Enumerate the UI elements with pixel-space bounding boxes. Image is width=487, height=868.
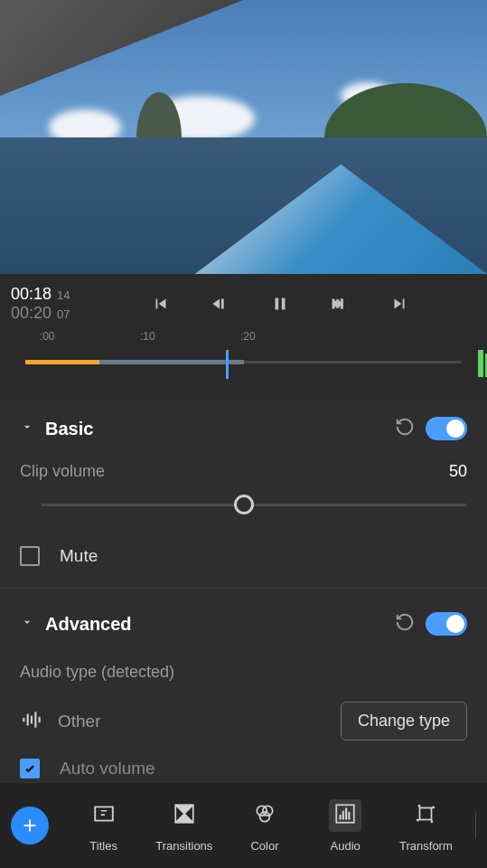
audio-type-detected-label: Audio type (detected): [20, 663, 467, 682]
clip-volume-value: 50: [449, 462, 467, 481]
ruler-tick: :20: [240, 330, 256, 343]
video-preview[interactable]: [0, 0, 487, 274]
step-forward-icon[interactable]: [327, 291, 352, 316]
svg-rect-12: [342, 810, 344, 819]
svg-rect-5: [95, 807, 113, 820]
svg-point-9: [260, 811, 270, 821]
playback-controls: 00:18 14 00:20 07: [0, 274, 487, 401]
time-display: 00:18 14 00:20 07: [11, 285, 83, 323]
timeline[interactable]: :00 :10 :20: [0, 330, 487, 384]
svg-point-8: [263, 806, 273, 816]
nav-transitions[interactable]: Transitions: [145, 792, 222, 860]
advanced-section-header[interactable]: Advanced: [0, 596, 487, 652]
nav-separator: [475, 812, 476, 839]
titles-icon: [92, 802, 116, 829]
svg-rect-0: [23, 717, 24, 721]
audio-waveform-icon: [20, 708, 43, 735]
svg-rect-11: [340, 815, 342, 819]
skip-back-icon[interactable]: [148, 291, 173, 316]
mute-label: Mute: [60, 546, 98, 566]
total-time: 00:20: [11, 304, 52, 323]
nav-transform[interactable]: Transform: [388, 792, 464, 860]
svg-rect-13: [345, 807, 347, 819]
color-icon: [253, 802, 276, 829]
track-active: [25, 360, 99, 364]
step-back-icon[interactable]: [208, 291, 233, 316]
transitions-icon: [173, 802, 196, 829]
audio-panel: Basic Clip volume 50 Mute Advanced Audio…: [0, 401, 487, 783]
auto-volume-checkbox[interactable]: [20, 759, 40, 778]
mute-checkbox[interactable]: [20, 546, 40, 566]
nav-label: Color: [250, 839, 278, 853]
nav-titles[interactable]: Titles: [65, 792, 142, 860]
ruler-labels: :00 :10 :20: [25, 330, 462, 343]
advanced-toggle[interactable]: [426, 612, 467, 636]
nav-label: Transform: [399, 839, 453, 853]
bottom-nav: Titles Transitions Color Audio Transform: [0, 783, 487, 868]
pause-icon[interactable]: [267, 291, 293, 316]
chevron-down-icon: [20, 420, 34, 438]
svg-rect-3: [34, 712, 36, 727]
ruler-tick: :00: [40, 330, 55, 343]
svg-rect-15: [420, 807, 432, 819]
nav-label: Audio: [331, 839, 361, 853]
audio-icon: [333, 802, 357, 829]
chevron-down-icon: [20, 615, 34, 633]
basic-title: Basic: [45, 419, 384, 439]
current-time: 00:18: [11, 285, 52, 304]
svg-rect-4: [39, 716, 41, 722]
divider: [0, 588, 487, 589]
svg-rect-2: [31, 715, 33, 723]
playhead[interactable]: [226, 350, 229, 379]
clip-volume-slider[interactable]: [20, 494, 467, 515]
add-button[interactable]: [11, 807, 49, 844]
ruler-tick: :10: [140, 330, 155, 343]
clip-volume-label: Clip volume: [20, 462, 438, 481]
total-frames: 07: [57, 307, 70, 321]
advanced-title: Advanced: [45, 614, 384, 635]
skip-forward-icon[interactable]: [387, 291, 412, 316]
change-type-button[interactable]: Change type: [341, 702, 467, 741]
svg-rect-1: [27, 713, 29, 725]
basic-toggle[interactable]: [426, 417, 467, 440]
audio-type-value: Other: [58, 712, 326, 731]
nav-label: Transitions: [155, 839, 212, 853]
nav-color[interactable]: Color: [226, 792, 303, 860]
undo-icon[interactable]: [395, 417, 415, 440]
nav-audio[interactable]: Audio: [307, 792, 384, 860]
undo-icon[interactable]: [395, 612, 415, 636]
basic-section-header[interactable]: Basic: [0, 401, 487, 457]
audio-meter: [478, 350, 483, 377]
transform-icon: [414, 802, 437, 829]
auto-volume-label: Auto volume: [60, 759, 155, 778]
current-frames: 14: [57, 288, 70, 302]
svg-rect-14: [348, 811, 350, 819]
nav-label: Titles: [89, 839, 117, 853]
